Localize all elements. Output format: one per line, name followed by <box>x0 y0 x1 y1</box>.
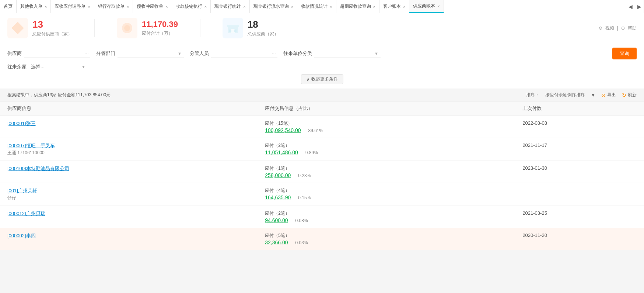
result-bar: 搜索结果中，供应商13家 应付金额111,703,854.00元 排序： 按应付… <box>0 89 644 101</box>
transaction-amount[interactable]: 32,366.00 <box>265 239 288 245</box>
refresh-button[interactable]: ↻ 刷新 <box>622 92 637 98</box>
balance-select[interactable]: 选择... <box>29 62 88 71</box>
nav-tab-adjust[interactable]: 应收应付调整单 × <box>51 0 94 13</box>
export-label: 导出 <box>607 92 616 98</box>
supplier-link[interactable]: [000002]李四 <box>7 233 36 238</box>
nav-prev-arrow[interactable]: ◀ <box>626 0 635 13</box>
close-icon[interactable]: × <box>204 4 207 9</box>
filter-person: 分管人员 ··· <box>190 49 277 58</box>
table-row: [000007]恒旺二手叉车王通 17106110000应付（2笔）11,051… <box>0 138 644 161</box>
transaction-pct: 0.03% <box>295 240 308 245</box>
filter-row-1: 供应商 ··· 分管部门 ▼ 分管人员 ··· 往来单位分类 <box>7 48 637 59</box>
category-select[interactable] <box>314 49 381 58</box>
nav-tab-receipt-stat[interactable]: 收款情况统计 × <box>297 0 336 13</box>
transaction-amount[interactable]: 258,000.00 <box>265 172 291 178</box>
close-icon[interactable]: × <box>330 4 332 9</box>
supplier-link[interactable]: [000012]广州贝瑞 <box>7 211 45 216</box>
person-input-wrap: ··· <box>211 49 277 58</box>
amount-row: 11,051,486.009.89% <box>265 149 508 155</box>
nav-tab-cash-stat[interactable]: 现金银行统计 × <box>211 0 249 13</box>
nav-arrows: ◀ ▶ <box>626 0 644 13</box>
supplier-link[interactable]: [000100]本特勤油品有限公司 <box>7 166 69 171</box>
filter-balance: 往来余额 选择... ▼ <box>7 62 88 71</box>
close-icon[interactable]: × <box>403 4 405 9</box>
supplier-label: 供应商 <box>7 50 22 57</box>
table-row: [000002]李四应付（5笔）32,366.000.03%2020-11-20 <box>0 228 644 250</box>
export-icon: ⊙ <box>601 92 606 98</box>
transaction-cell: 应付（5笔）32,366.000.03% <box>258 228 515 250</box>
search-button[interactable]: 查询 <box>612 48 637 59</box>
nav-tab-verify[interactable]: 收款核销执行 × <box>172 0 211 13</box>
result-summary: 搜索结果中，供应商13家 应付金额111,703,854.00元 <box>7 92 111 98</box>
filter-bar: 供应商 ··· 分管部门 ▼ 分管人员 ··· 往来单位分类 <box>0 43 644 89</box>
supplier-info-cell: [001]广州荣轩仔仔 <box>0 183 258 206</box>
link-separator: | <box>617 25 618 31</box>
stat-payable-suppliers-content: 13 总应付供应商（家） <box>32 19 72 37</box>
table-body: [000001]张三应付（15笔）100,092,540.0089.61%202… <box>0 116 644 250</box>
nav-tab-other-income[interactable]: 其他收入单 × <box>17 0 51 13</box>
col-tx-info: 应付交易信息（占比） <box>258 101 515 116</box>
category-label: 往来单位分类 <box>283 50 312 57</box>
stat-divider-1 <box>94 19 95 37</box>
transaction-pct: 9.89% <box>305 150 318 155</box>
close-icon[interactable]: × <box>88 4 90 9</box>
video-link[interactable]: 视频 <box>605 25 614 31</box>
transaction-amount[interactable]: 100,092,540.00 <box>265 127 301 133</box>
nav-tab-customer[interactable]: 客户账本 × <box>379 0 409 13</box>
help-link[interactable]: 帮助 <box>628 25 637 31</box>
top-right-links: ⊙ 视频 | ⊙ 帮助 <box>599 25 637 31</box>
close-icon[interactable]: × <box>373 4 375 9</box>
supplier-input[interactable] <box>24 49 90 58</box>
stat-item-payable-total: 11,170.39 应付合计（万） <box>117 18 178 38</box>
nav-tab-home[interactable]: 首页 <box>0 0 17 13</box>
supplier-info-cell: [000100]本特勤油品有限公司 <box>0 161 258 183</box>
close-icon[interactable]: × <box>291 4 293 9</box>
dept-select-wrap: ▼ <box>118 49 184 58</box>
close-icon[interactable]: × <box>243 4 245 9</box>
store-icon <box>223 18 243 38</box>
amount-row: 164,635.900.15% <box>265 194 508 200</box>
supplier-info-cell: [000002]李四 <box>0 228 258 250</box>
sort-value[interactable]: 按应付余额倒序排序 <box>545 92 585 98</box>
supplier-input-wrap: ··· <box>24 49 90 58</box>
stat-divider-2 <box>200 19 200 37</box>
export-button[interactable]: ⊙ 导出 <box>601 92 616 98</box>
result-text: 搜索结果中，供应商13家 应付金额111,703,854.00元 <box>7 92 111 98</box>
close-icon[interactable]: × <box>127 4 129 9</box>
collapse-up-icon: ∧ <box>307 77 310 82</box>
supplier-link[interactable]: [000001]张三 <box>7 121 36 126</box>
supplier-link[interactable]: [001]广州荣轩 <box>7 188 37 193</box>
nav-tab-bank[interactable]: 银行存取款单 × <box>94 0 133 13</box>
nav-tab-prepay[interactable]: 预收冲应收单 × <box>133 0 172 13</box>
close-icon[interactable]: × <box>45 4 47 9</box>
diamond-icon <box>7 18 28 38</box>
close-icon[interactable]: × <box>437 4 440 8</box>
transaction-cell: 应付（4笔）164,635.900.15% <box>258 183 515 206</box>
transaction-amount[interactable]: 164,635.90 <box>265 194 291 200</box>
transaction-label: 应付（5笔） <box>265 232 508 239</box>
svg-rect-7 <box>234 30 237 32</box>
stat-payable-total-content: 11,170.39 应付合计（万） <box>142 20 178 36</box>
transaction-pct: 89.61% <box>308 128 323 133</box>
transaction-cell: 应付（1笔）258,000.000.23% <box>258 161 515 183</box>
transaction-amount[interactable]: 94,600.00 <box>265 217 288 223</box>
amount-row: 258,000.000.23% <box>265 172 508 178</box>
nav-tab-supplier[interactable]: 供应商账本 × <box>409 0 444 13</box>
supplier-contact: 王通 17106110000 <box>7 150 250 156</box>
nav-next-arrow[interactable]: ▶ <box>635 0 644 13</box>
dept-select[interactable] <box>118 49 184 58</box>
transaction-label: 应付（4笔） <box>265 187 508 194</box>
supplier-link[interactable]: [000007]恒旺二手叉车 <box>7 143 55 148</box>
stat-payable-total-number: 11,170.39 <box>142 20 178 29</box>
nav-tab-cash-flow[interactable]: 现金银行流水查询 × <box>250 0 297 13</box>
person-input[interactable] <box>211 49 277 58</box>
table-row: [000012]广州贝瑞应付（2笔）94,600.000.08%2021-03-… <box>0 206 644 228</box>
stat-payable-suppliers-number: 13 <box>32 19 72 30</box>
transaction-amount[interactable]: 11,051,486.00 <box>265 149 298 155</box>
top-nav: 首页 其他收入单 × 应收应付调整单 × 银行存取款单 × 预收冲应收单 × 收… <box>0 0 644 13</box>
close-icon[interactable]: × <box>165 4 168 9</box>
nav-tab-overdue[interactable]: 超期应收款查询 × <box>336 0 379 13</box>
svg-rect-4 <box>227 25 239 27</box>
collapse-button[interactable]: ∧ 收起更多条件 <box>301 74 343 84</box>
svg-point-2 <box>124 25 130 31</box>
